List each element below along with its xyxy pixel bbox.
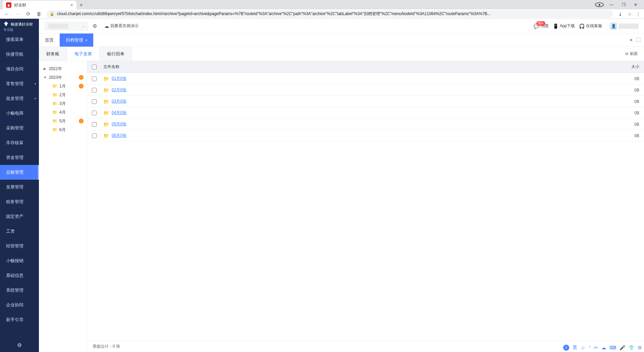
bookmark-star-icon[interactable]: ☆ xyxy=(628,11,632,17)
sidebar-item[interactable]: 总账管理 xyxy=(0,165,39,180)
row-checkbox[interactable] xyxy=(92,88,97,93)
file-name-link[interactable]: 05月0张 xyxy=(112,121,126,127)
ime-toolbar[interactable]: 王 英 ☺ ° ✂ ☁ ⌨ 🎤 👕 ⚙ xyxy=(563,345,642,351)
sidebar-item[interactable]: 系统管理 xyxy=(0,283,39,298)
install-app-icon[interactable]: ⤓ xyxy=(617,11,624,17)
sidebar-item[interactable]: 新手引导 xyxy=(0,312,39,327)
tree-month-label: 6月 xyxy=(59,127,66,133)
select-all-checkbox[interactable] xyxy=(92,65,97,69)
tree-month[interactable]: 📁1月! xyxy=(41,82,85,91)
ime-settings-icon[interactable]: ⚙ xyxy=(638,345,642,350)
user-menu[interactable]: 👤 xyxy=(606,22,639,30)
sidebar-item[interactable]: 搜索菜单 xyxy=(0,32,39,47)
ime-cloud-icon[interactable]: ☁ xyxy=(601,345,606,350)
col-filename: 文件名称 xyxy=(97,64,616,70)
file-size: 0B xyxy=(616,111,639,115)
page-tabs: 首页归档管理× ✕ ⛶ xyxy=(39,34,644,47)
row-checkbox[interactable] xyxy=(92,99,97,104)
new-tab-button[interactable]: + xyxy=(76,1,86,9)
subtab[interactable]: 财务账 xyxy=(39,47,67,61)
extension-icon[interactable]: ● xyxy=(595,2,604,7)
tree-month[interactable]: 📁2月 xyxy=(41,91,85,99)
file-name-link[interactable]: 02月0张 xyxy=(112,87,126,93)
ime-scissors-icon[interactable]: ✂ xyxy=(594,345,598,350)
tree-month[interactable]: 📁5月! xyxy=(41,117,85,125)
refresh-button[interactable]: ⟳ 刷新 xyxy=(625,51,638,57)
sidebar-item[interactable]: 小畅电商 xyxy=(0,106,39,121)
nav-reload-icon[interactable]: ⟳ xyxy=(25,11,32,17)
tab-close-icon[interactable]: × xyxy=(85,38,87,42)
ime-keyboard-icon[interactable]: ⌨ xyxy=(609,345,616,350)
sidebar-item[interactable]: 项目合同 xyxy=(0,62,39,76)
file-name-link[interactable]: 03月0张 xyxy=(112,99,126,104)
folder-icon: 📁 xyxy=(52,119,57,123)
sidebar-item[interactable]: 固定资产 xyxy=(0,209,39,224)
ime-emoji-icon[interactable]: ☺ xyxy=(581,345,585,350)
row-checkbox[interactable] xyxy=(92,133,97,138)
support-button[interactable]: 🎧 在线客服 xyxy=(579,23,602,29)
fullscreen-icon[interactable]: ⛶ xyxy=(636,38,641,43)
close-all-tabs-icon[interactable]: ✕ xyxy=(629,38,633,43)
sidebar-item[interactable]: 税务管理 xyxy=(0,194,39,209)
ime-mic-icon[interactable]: 🎤 xyxy=(620,345,625,350)
folder-icon: 📁 xyxy=(52,93,57,97)
chrome-menu-icon[interactable]: ⋮ xyxy=(636,11,641,17)
app-download-label: App下载 xyxy=(560,23,575,29)
tree-month-label: 2月 xyxy=(59,92,66,98)
sidebar-item[interactable]: 快捷导航 xyxy=(0,47,39,62)
tree-year-2023[interactable]: ▼ 2023年 ! xyxy=(41,73,85,82)
sidebar-item[interactable]: 经营管理 xyxy=(0,239,39,253)
window-maximize-icon[interactable]: ❐ xyxy=(619,2,628,7)
page-tab[interactable]: 归档管理× xyxy=(60,34,93,47)
row-checkbox[interactable] xyxy=(92,111,97,115)
file-name-link[interactable]: 04月0张 xyxy=(112,110,126,116)
tab-close-icon[interactable]: × xyxy=(70,2,73,8)
tree-month[interactable]: 📁4月 xyxy=(41,108,85,117)
sidebar-item[interactable]: 资金管理 xyxy=(0,150,39,165)
file-size: 0B xyxy=(616,133,639,138)
chevron-down-icon: ▾ xyxy=(35,82,36,85)
settings-gear-icon[interactable]: ⚙ xyxy=(17,342,22,348)
sidebar-item[interactable]: 批发管理▾ xyxy=(0,91,39,106)
tree-month-label: 3月 xyxy=(59,101,66,107)
sidebar-item[interactable]: 库存核算 xyxy=(0,135,39,150)
window-minimize-icon[interactable]: — xyxy=(607,2,616,7)
ime-lang[interactable]: 英 xyxy=(573,345,577,351)
subtab[interactable]: 电子发票 xyxy=(67,47,100,61)
tree-month-label: 5月 xyxy=(59,118,66,124)
sidebar-item[interactable]: 企业协同 xyxy=(0,298,39,312)
sidebar-item[interactable]: 基础信息 xyxy=(0,268,39,283)
ime-main-icon[interactable]: 王 xyxy=(563,345,569,351)
browser-tab[interactable]: ◆ 好业财 × xyxy=(3,1,76,9)
row-checkbox[interactable] xyxy=(92,122,97,127)
alert-badge-icon: ! xyxy=(79,119,84,123)
nav-back-icon[interactable]: ← xyxy=(3,11,10,17)
sidebar-item[interactable]: 零售管理▾ xyxy=(0,76,39,91)
app-download-button[interactable]: 📱 App下载 xyxy=(553,23,575,29)
sidebar-item[interactable]: 采购管理 xyxy=(0,121,39,135)
sidebar-item[interactable]: 发票管理 xyxy=(0,180,39,194)
file-row: 📁05月0张0B xyxy=(87,119,644,130)
messages-button[interactable]: 99+ 💬 消息 xyxy=(534,23,549,29)
org-settings-icon[interactable]: ⚙ xyxy=(93,23,97,29)
tree-year-2022[interactable]: ▶ 2022年 xyxy=(41,64,85,73)
page-tab[interactable]: 首页 xyxy=(39,34,60,47)
address-bar[interactable]: 🔒 cloud.chanjet.com/cc/u6d89qwnryel/57bf… xyxy=(46,10,613,18)
org-selector[interactable]: ⌄ xyxy=(44,21,89,31)
file-name-link[interactable]: 06月0张 xyxy=(112,133,126,138)
ime-comma-icon[interactable]: ° xyxy=(589,345,591,350)
url-text: cloud.chanjet.com/cc/u6d89qwnryel/57bfsk… xyxy=(57,11,491,17)
sidebar-item[interactable]: 小畅报销 xyxy=(0,253,39,268)
row-checkbox[interactable] xyxy=(92,76,97,81)
refresh-icon: ⟳ xyxy=(625,52,629,56)
nav-delete-icon[interactable]: 🗑 xyxy=(36,11,42,17)
subtab[interactable]: 银行回单 xyxy=(100,47,132,61)
sidebar-item[interactable]: 工资 xyxy=(0,224,39,239)
demo-link[interactable]: 我要看实例演示 xyxy=(104,23,139,29)
file-name-link[interactable]: 01月0张 xyxy=(112,76,126,81)
tree-month[interactable]: 📁3月 xyxy=(41,99,85,108)
window-close-icon[interactable]: ✕ xyxy=(631,2,640,7)
alert-badge-icon: ! xyxy=(79,84,84,89)
ime-shirt-icon[interactable]: 👕 xyxy=(629,345,634,350)
tree-month[interactable]: 📁6月 xyxy=(41,125,85,134)
